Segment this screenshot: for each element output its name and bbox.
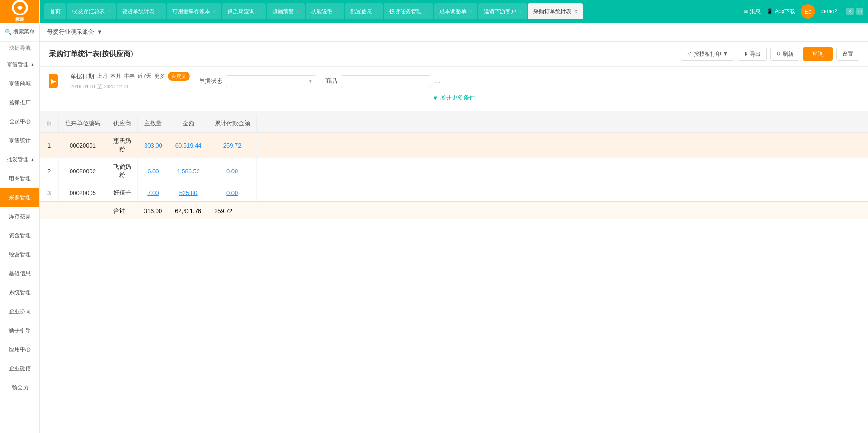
row-paid-2[interactable]: 0.00: [208, 158, 256, 184]
sidebar-item-app-center[interactable]: 应用中心: [0, 340, 39, 359]
date-tag-custom[interactable]: 自定义: [168, 72, 190, 81]
tab-receipt-summary[interactable]: 收发存汇总表 ×: [67, 3, 116, 19]
goods-input[interactable]: [341, 75, 431, 87]
settings-button[interactable]: 设置: [836, 48, 859, 61]
tab-picking[interactable]: 拣货任务管理 ×: [384, 3, 433, 19]
tab-cost-adjust[interactable]: 成本调整单 ×: [434, 3, 477, 19]
date-range-text: 2016-01-01 至 2023-12-31: [71, 83, 190, 90]
sidebar-item-basic-info[interactable]: 基础信息: [0, 264, 39, 283]
tab-order-stats[interactable]: 要货单统计表 ×: [117, 3, 165, 19]
sidebar-item-purchase[interactable]: 采购管理: [0, 188, 39, 207]
sidebar-item-collab[interactable]: 企业协同: [0, 302, 39, 321]
footer-extra: [256, 202, 868, 219]
sidebar-item-finance[interactable]: 资金管理: [0, 226, 39, 245]
tab-receipt-close[interactable]: ×: [108, 9, 110, 14]
footer-empty2: [59, 202, 107, 219]
sub-header: 母婴行业演示账套 ▼: [40, 23, 868, 42]
topbar-right: ✉ 消息 📱 App下载 Ea demo2 × □: [744, 4, 863, 19]
tab-available-inventory[interactable]: 可用量库存账本 ×: [167, 3, 221, 19]
table-footer: 合计 316.00 62,631.76 259.72: [40, 202, 868, 219]
tab-purchase-stats[interactable]: 采购订单统计表 ×: [528, 3, 582, 19]
maximize-window-button[interactable]: □: [856, 8, 863, 15]
sidebar-item-wechat[interactable]: 企业微信: [0, 359, 39, 378]
company-selector[interactable]: 母婴行业演示账套 ▼: [47, 28, 103, 36]
row-quantity-1[interactable]: 303.00: [138, 133, 169, 158]
tab-quality-close[interactable]: ×: [257, 9, 260, 14]
row-paid-1[interactable]: 259.72: [208, 133, 256, 158]
tab-config[interactable]: 配置信息 ×: [345, 3, 383, 19]
tab-quality-label: 保质期查询: [227, 8, 255, 15]
tab-order-close[interactable]: ×: [157, 9, 160, 14]
sidebar-item-operations[interactable]: 经营管理: [0, 245, 39, 264]
sidebar-item-retail-mall[interactable]: 零售商城: [0, 74, 39, 93]
app-download-button[interactable]: 📱 App下载: [766, 8, 795, 15]
export-icon: ⬇: [744, 51, 748, 57]
data-table: ⚙ 往来单位编码 供应商 主数量 金额 累计付款金额 1 00020001 惠氏…: [40, 115, 868, 219]
tab-config-close[interactable]: ×: [375, 9, 377, 14]
col-extra: [256, 115, 868, 133]
row-quantity-3[interactable]: 7.00: [138, 184, 169, 202]
close-window-button[interactable]: ×: [846, 8, 854, 15]
date-shortcuts: 上月 本月 本年 近7天 更多 自定义: [97, 72, 190, 81]
tab-quality[interactable]: 保质期查询 ×: [222, 3, 265, 19]
search-menu-button[interactable]: 🔍 搜索菜单: [3, 26, 37, 38]
query-label: 查询: [812, 50, 824, 57]
sidebar-item-marketing[interactable]: 营销推广: [0, 93, 39, 112]
row-amount-1[interactable]: 60,519.44: [169, 133, 208, 158]
tab-invite-close[interactable]: ×: [519, 9, 522, 14]
query-button[interactable]: 查询: [803, 47, 833, 61]
tab-cost-close[interactable]: ×: [469, 9, 472, 14]
refresh-button[interactable]: ↻ 刷新: [770, 48, 799, 61]
logo-icon: [12, 0, 28, 15]
col-quantity: 主数量: [138, 115, 169, 133]
shortcut-last-month[interactable]: 上月: [97, 72, 108, 80]
sidebar-item-ecommerce[interactable]: 电商管理: [0, 169, 39, 188]
tab-home[interactable]: 首页: [44, 3, 66, 19]
goods-label: 商品: [326, 77, 337, 85]
col-supplier: 供应商: [107, 115, 138, 133]
table-row[interactable]: 2 00020002 飞鹤奶粉 6.00 1,586.52 0.00: [40, 158, 868, 184]
phone-icon: 📱: [766, 8, 773, 14]
topbar: 首页 收发存汇总表 × 要货单统计表 × 可用量库存账本 × 保质期查询 × 超…: [40, 0, 868, 23]
shortcut-more[interactable]: 更多: [154, 72, 165, 80]
shortcut-7days[interactable]: 近7天: [137, 72, 151, 80]
sidebar-item-retail-stats[interactable]: 零售统计: [0, 131, 39, 150]
table-row[interactable]: 1 00020001 惠氏奶粉 303.00 60,519.44 259.72: [40, 133, 868, 158]
tab-overstock-close[interactable]: ×: [297, 9, 299, 14]
sidebar-item-member2[interactable]: 畅会员: [0, 378, 39, 397]
shortcut-this-month[interactable]: 本月: [110, 72, 121, 80]
row-paid-3[interactable]: 0.00: [208, 184, 256, 202]
sidebar-item-inventory[interactable]: 库存核算: [0, 207, 39, 226]
sidebar-item-newbie[interactable]: 新手引导: [0, 321, 39, 340]
tab-invite[interactable]: 邀请下游客户 ×: [478, 3, 527, 19]
column-settings-icon[interactable]: ⚙: [46, 120, 52, 127]
status-select[interactable]: [226, 75, 316, 87]
tab-function-close[interactable]: ×: [335, 9, 338, 14]
row-amount-3[interactable]: 525.80: [169, 184, 208, 202]
tab-order-label: 要货单统计表: [122, 8, 155, 15]
tab-function[interactable]: 功能说明 ×: [306, 3, 344, 19]
tab-available-close[interactable]: ×: [213, 9, 216, 14]
row-amount-2[interactable]: 1,586.52: [169, 158, 208, 184]
tab-overstock[interactable]: 超储预警 ×: [267, 3, 305, 19]
template-dropdown-icon: ▼: [723, 51, 728, 57]
row-index-2: 2: [40, 158, 59, 184]
sidebar-item-system[interactable]: 系统管理: [0, 283, 39, 302]
user-avatar[interactable]: Ea: [801, 4, 815, 19]
tab-picking-close[interactable]: ×: [425, 9, 427, 14]
expand-filter-button[interactable]: ▶: [49, 74, 58, 88]
sidebar-item-member[interactable]: 会员中心: [0, 112, 39, 131]
shortcut-this-year[interactable]: 本年: [124, 72, 135, 80]
template-print-button[interactable]: 🖨 按模板打印 ▼: [681, 48, 734, 61]
goods-filter-dots[interactable]: ...: [435, 77, 441, 85]
message-button[interactable]: ✉ 消息: [744, 8, 761, 15]
table-row[interactable]: 3 00020005 好孩子 7.00 525.80 0.00: [40, 184, 868, 202]
sidebar-item-retail-mgmt[interactable]: 零售管理 ▲: [0, 55, 39, 74]
row-quantity-2[interactable]: 6.00: [138, 158, 169, 184]
row-supplier-1: 惠氏奶粉: [107, 133, 138, 158]
tab-purchase-close[interactable]: ×: [574, 9, 577, 14]
export-button[interactable]: ⬇ 导出: [738, 48, 767, 61]
expand-more-button[interactable]: ▼ 展开更多条件: [433, 94, 476, 102]
sidebar-item-wholesale[interactable]: 批发管理 ▲: [0, 150, 39, 169]
dropdown-icon: ▼: [97, 29, 103, 35]
